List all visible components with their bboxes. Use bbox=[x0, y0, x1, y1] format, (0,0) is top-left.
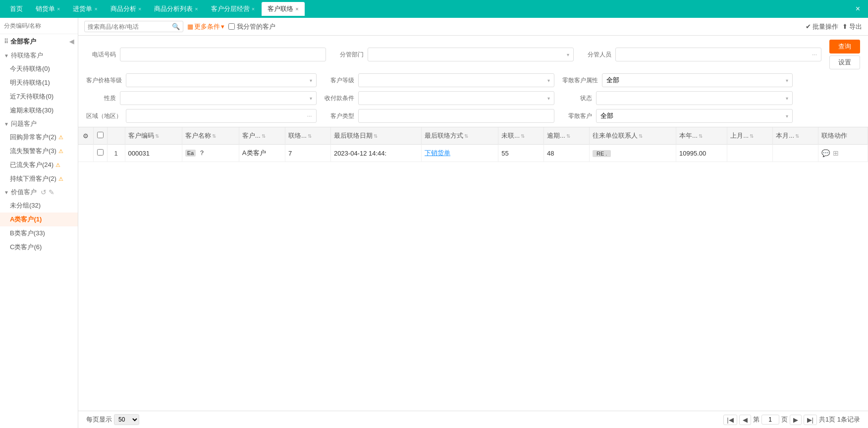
grid-action-icon[interactable]: ⊞ bbox=[833, 149, 839, 157]
filter-customer-type-label: 客户类型 bbox=[325, 112, 354, 120]
filter-region: 区域（地区） ··· bbox=[86, 109, 317, 123]
sidebar-group-value[interactable]: ▼ 价值客户 ↺ ✎ bbox=[0, 186, 78, 199]
close-all-tabs-icon[interactable]: × bbox=[852, 2, 864, 15]
row-check[interactable] bbox=[93, 145, 107, 162]
row-last-date: 2023-04-12 14:44: bbox=[330, 145, 421, 162]
nav-purchase[interactable]: 进货单 × bbox=[67, 2, 103, 16]
row-name[interactable]: Ea ？ bbox=[182, 145, 239, 162]
col-this-month[interactable]: 本月...⇅ bbox=[773, 127, 818, 145]
col-last-method[interactable]: 最后联络方式⇅ bbox=[422, 127, 498, 145]
sidebar-item-ungrouped[interactable]: 未分组(32) bbox=[0, 199, 78, 213]
row-last-method[interactable]: 下销货单 bbox=[422, 145, 498, 162]
sidebar-group-problem[interactable]: ▼ 问题客户 bbox=[0, 117, 78, 130]
close-purchase-icon[interactable]: × bbox=[94, 6, 97, 12]
col-code[interactable]: 客户编码⇅ bbox=[125, 127, 182, 145]
sidebar-item-7days[interactable]: 近7天待联络(0) bbox=[0, 90, 78, 104]
col-gear[interactable]: ⚙ bbox=[78, 127, 93, 145]
nav-home[interactable]: 首页 bbox=[4, 2, 29, 16]
next-page-btn[interactable]: ▶ bbox=[790, 415, 802, 425]
sidebar-all-customers[interactable]: ⠿ 全部客户 ◀ bbox=[0, 34, 78, 49]
last-page-btn[interactable]: ▶| bbox=[804, 415, 817, 425]
col-action: 联络动作 bbox=[818, 127, 868, 145]
page-number-input[interactable] bbox=[761, 415, 779, 425]
filter-search-input[interactable] bbox=[88, 23, 170, 30]
sidebar-item-abnormal[interactable]: 回购异常客户(2) ⚠ bbox=[0, 130, 78, 144]
nav-customer-contact[interactable]: 客户联络 × bbox=[262, 2, 304, 16]
edit-icon[interactable]: ✎ bbox=[49, 188, 54, 196]
first-page-btn[interactable]: |◀ bbox=[723, 415, 737, 425]
my-customers-check[interactable] bbox=[228, 23, 235, 30]
row-code[interactable]: 000031 bbox=[125, 145, 182, 162]
filter-person-select[interactable]: ··· bbox=[615, 48, 821, 61]
filter-dept-select[interactable]: ▾ bbox=[368, 48, 574, 61]
col-overdue[interactable]: 逾期...⇅ bbox=[544, 127, 590, 145]
sidebar-item-churned[interactable]: 已流失客户(24) ⚠ bbox=[0, 158, 78, 172]
col-contact[interactable]: 联络...⇅ bbox=[285, 127, 331, 145]
more-conditions-btn[interactable]: ▦ 更多条件 ▾ bbox=[187, 22, 224, 31]
sidebar-item-overdue[interactable]: 逾期未联络(30) bbox=[0, 104, 78, 117]
filter-bar-right: ✔ 批量操作 ⬆ 导出 bbox=[806, 22, 862, 31]
close-goods-list-icon[interactable]: × bbox=[195, 6, 198, 12]
sidebar-item-churn-risk[interactable]: 流失预警客户(3) ⚠ bbox=[0, 144, 78, 158]
filter-customer-type-input[interactable] bbox=[358, 109, 555, 123]
filter-scatter-attr-label: 零散客户属性 bbox=[562, 76, 598, 85]
query-button[interactable]: 查询 bbox=[829, 40, 860, 54]
filter-customer-level-select[interactable]: ▾ bbox=[358, 73, 555, 87]
sidebar-search-input[interactable] bbox=[4, 22, 78, 29]
sidebar-item-tomorrow[interactable]: 明天待联络(1) bbox=[0, 76, 78, 90]
filter-status-select[interactable]: ▾ bbox=[596, 91, 793, 105]
warn-icon-abnormal: ⚠ bbox=[58, 134, 63, 141]
refresh-icon[interactable]: ↺ bbox=[41, 188, 47, 196]
top-nav: 首页 销货单 × 进货单 × 商品分析 × 商品分析列表 × 客户分层经营 × … bbox=[0, 0, 868, 18]
settings-button[interactable]: 设置 bbox=[829, 55, 860, 69]
col-unit-contact[interactable]: 往来单位联系人⇅ bbox=[589, 127, 676, 145]
nav-goods-analysis[interactable]: 商品分析 × bbox=[105, 2, 147, 16]
sidebar-collapse-icon[interactable]: ◀ bbox=[69, 38, 74, 45]
close-customer-contact-icon[interactable]: × bbox=[295, 6, 298, 12]
nav-sales[interactable]: 销货单 × bbox=[30, 2, 66, 16]
sidebar-item-today[interactable]: 今天待联络(0) bbox=[0, 62, 78, 76]
sidebar-item-class-c[interactable]: C类客户(6) bbox=[0, 240, 78, 254]
filter-row-1: 电话号码 分管部门 ▾ 分管人员 ··· bbox=[86, 40, 860, 69]
filter-scatter-attr-select[interactable]: 全部 ▾ bbox=[602, 73, 793, 87]
filter-row-4: 区域（地区） ··· 客户类型 零散客户 全部 ▾ bbox=[86, 109, 860, 123]
filter-search-icon: 🔍 bbox=[172, 23, 180, 30]
close-goods-analysis-icon[interactable]: × bbox=[138, 6, 141, 12]
nav-customer-segment[interactable]: 客户分层经营 × bbox=[205, 2, 261, 16]
select-all-checkbox[interactable] bbox=[97, 132, 104, 138]
prev-page-btn[interactable]: ◀ bbox=[739, 415, 751, 425]
sidebar-item-class-a[interactable]: A类客户(1) bbox=[0, 213, 78, 226]
col-last-date[interactable]: 最后联络日期⇅ bbox=[330, 127, 421, 145]
filter-person: 分管人员 ··· bbox=[582, 48, 821, 61]
filter-region-select[interactable]: ··· bbox=[126, 109, 317, 123]
export-btn[interactable]: ⬆ 导出 bbox=[842, 22, 862, 31]
scatter-arrow-icon: ▾ bbox=[786, 113, 788, 119]
close-sales-icon[interactable]: × bbox=[57, 6, 60, 12]
sidebar-group-pending[interactable]: ▼ 待联络客户 bbox=[0, 49, 78, 62]
col-last-month[interactable]: 上月...⇅ bbox=[727, 127, 773, 145]
filter-scatter-select[interactable]: 全部 ▾ bbox=[596, 109, 793, 123]
col-this-year[interactable]: 本年...⇅ bbox=[676, 127, 727, 145]
filter-bar: 🔍 ▦ 更多条件 ▾ 我分管的客户 ✔ 批量操作 ⬆ 导出 bbox=[78, 18, 868, 36]
filter-nature-select[interactable]: ▾ bbox=[120, 91, 317, 105]
filter-price-level-select[interactable]: ▾ bbox=[126, 73, 317, 87]
page-size-select[interactable]: 50 100 200 bbox=[114, 414, 139, 425]
row-contact: 7 bbox=[285, 145, 331, 162]
my-customers-checkbox[interactable]: 我分管的客户 bbox=[228, 22, 275, 31]
chat-icon[interactable]: 💬 bbox=[821, 149, 830, 157]
batch-op-btn[interactable]: ✔ 批量操作 bbox=[806, 22, 838, 31]
filter-phone-input[interactable] bbox=[120, 48, 326, 61]
sort-code-icon: ⇅ bbox=[155, 133, 159, 139]
col-uncontacted[interactable]: 未联...⇅ bbox=[498, 127, 544, 145]
col-type[interactable]: 客户...⇅ bbox=[239, 127, 285, 145]
nav-goods-list[interactable]: 商品分析列表 × bbox=[148, 2, 204, 16]
close-customer-segment-icon[interactable]: × bbox=[252, 6, 255, 12]
sidebar-item-class-b[interactable]: B类客户(33) bbox=[0, 226, 78, 240]
sidebar-item-declining[interactable]: 持续下滑客户(2) ⚠ bbox=[0, 172, 78, 186]
filter-scatter-label: 零散客户 bbox=[562, 112, 592, 120]
filter-payment-select[interactable]: ▾ bbox=[358, 91, 555, 105]
row-checkbox[interactable] bbox=[97, 149, 104, 156]
last-method-link[interactable]: 下销货单 bbox=[425, 149, 450, 157]
page-size-control: 每页显示 50 100 200 bbox=[86, 414, 139, 425]
col-name[interactable]: 客户名称⇅ bbox=[182, 127, 239, 145]
